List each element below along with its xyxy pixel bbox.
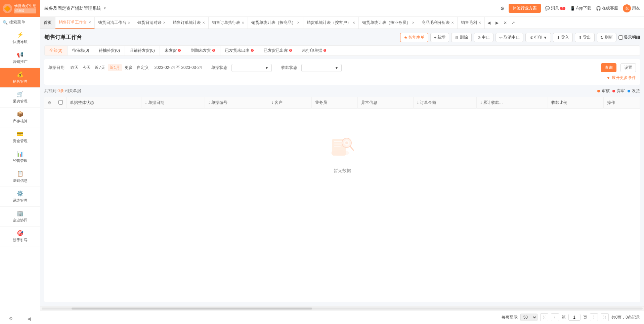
show-detail-label[interactable]: 显示明细 xyxy=(618,35,640,40)
page-prev-btn[interactable]: ⟨ xyxy=(551,313,559,321)
page-first-btn[interactable]: ⟨⟨ xyxy=(540,313,548,321)
solution-button[interactable]: 体验行业方案 xyxy=(509,4,541,13)
date-opt-today[interactable]: 今天 xyxy=(81,64,92,71)
refresh-icon: ↻ xyxy=(600,35,604,40)
col-number: ↕ 单据编号 xyxy=(205,97,268,109)
page-next-btn[interactable]: ⟩ xyxy=(590,313,598,321)
sidebar-search[interactable]: 🔍 搜索菜单 xyxy=(0,17,40,28)
page-size-select[interactable]: 10 20 50 100 xyxy=(520,314,538,321)
tab-cash-daily[interactable]: 钱货日清工作台 ✕ xyxy=(95,17,134,29)
tab-product-margin[interactable]: 商品毛利分析表 ✕ xyxy=(418,17,458,29)
new-button[interactable]: + 新增 xyxy=(430,33,449,42)
tab-cash-reconcile[interactable]: 钱货日清对账 ✕ xyxy=(134,17,169,29)
tab-product-margin-close[interactable]: ✕ xyxy=(451,21,454,25)
tab-sales-summary-customer-close[interactable]: ✕ xyxy=(352,21,355,25)
sidebar-collapse-btn[interactable]: ◀ xyxy=(21,316,38,321)
result-count: 共找到 0条 相关单据 xyxy=(44,88,81,94)
status-select[interactable]: ▼ xyxy=(231,64,272,72)
online-service-item[interactable]: 🎧 在线客服 xyxy=(596,5,618,11)
tab-sales-summary-staff[interactable]: 销货单统计表（按业务员） ✕ xyxy=(359,17,418,29)
filter-tab-not-shipped[interactable]: 未发货 ❶ xyxy=(160,46,186,55)
filter-tab-not-printed[interactable]: 未打印单据 ❶ xyxy=(297,46,331,55)
sidebar-item-inventory[interactable]: 📦 库存核算 xyxy=(0,108,40,127)
filter-tab-shipped-not-warehoused[interactable]: 已发货未出库 ❶ xyxy=(220,46,259,55)
delete-button[interactable]: 🗑 删除 xyxy=(451,33,472,42)
filter-tab-pending-review[interactable]: 待审核(0) xyxy=(68,46,94,55)
sidebar-item-finance[interactable]: 💳 资金管理 xyxy=(0,127,40,147)
stop-button[interactable]: ⊘ 中止 xyxy=(474,33,493,42)
payment-select[interactable]: ▼ xyxy=(301,64,342,72)
cancel-stop-button[interactable]: ↩ 取消中止 xyxy=(496,33,523,42)
scrollbar-track[interactable] xyxy=(42,308,643,310)
date-opt-yesterday[interactable]: 昨天 xyxy=(69,64,80,71)
sidebar-item-guide[interactable]: 🎯 新手引导 xyxy=(0,227,40,246)
date-opt-1month[interactable]: 近1月 xyxy=(108,64,122,71)
batch-ship-btn[interactable]: 发货 xyxy=(628,88,640,94)
filter-tab-pending-inspect[interactable]: 待抽验货(0) xyxy=(94,46,125,55)
user-item[interactable]: 友 用友 xyxy=(623,4,640,12)
tab-home[interactable]: 首页 xyxy=(40,17,55,29)
sidebar-item-operation[interactable]: 📊 经营管理 xyxy=(0,147,40,167)
date-range-input[interactable]: 2023-02-24 至 2023-03-24 xyxy=(154,65,202,71)
tab-cash-daily-close[interactable]: ✕ xyxy=(128,21,130,25)
sidebar-item-system[interactable]: ⚙️ 系统管理 xyxy=(0,187,40,207)
message-item[interactable]: 💬 消息 6 xyxy=(545,5,565,11)
bottom-scrollbar[interactable] xyxy=(40,306,644,310)
tab-sales-exec[interactable]: 销售订单执行表 ✕ xyxy=(209,17,248,29)
sidebar-item-quick-nav[interactable]: ⚡ 快捷导航 xyxy=(0,28,40,48)
col-settings[interactable]: ⚙ xyxy=(44,97,55,109)
tab-sales-workbench[interactable]: 销售订单工作台 ✕ xyxy=(55,17,95,29)
tab-sales-stats-close[interactable]: ✕ xyxy=(202,21,205,25)
filter-settings-button[interactable]: 设置 xyxy=(620,63,636,72)
select-all-checkbox[interactable] xyxy=(58,100,63,105)
show-detail-checkbox[interactable] xyxy=(618,35,623,40)
sidebar-item-basic[interactable]: 📋 基础信息 xyxy=(0,167,40,187)
sidebar-item-purchase[interactable]: 🛒 采购管理 xyxy=(0,88,40,108)
tab-sales-summary-product[interactable]: 销货单统计表（按商品） ✕ xyxy=(248,17,303,29)
sidebar-item-sales[interactable]: 💰 销售管理 xyxy=(0,68,40,88)
sidebar-item-marketing[interactable]: 📢 营销推广 xyxy=(0,48,40,68)
filter-tab-overdue[interactable]: 到期未发货 ❶ xyxy=(186,46,220,55)
page-number-input[interactable] xyxy=(568,314,581,321)
app-download-item[interactable]: 📱 App下载 xyxy=(570,5,591,11)
expand-arrow-icon: ▼ xyxy=(606,76,610,80)
date-opt-more[interactable]: 更多 xyxy=(123,64,134,71)
message-badge: 6 xyxy=(560,7,565,10)
print-button[interactable]: 🖨 打印 ▼ xyxy=(525,33,551,42)
refresh-button[interactable]: ↻ 刷新 xyxy=(597,33,616,42)
tab-sales-workbench-close[interactable]: ✕ xyxy=(88,21,91,24)
smart-generate-button[interactable]: ★ 智能生单 xyxy=(400,33,428,42)
expand-more-btn[interactable]: ▼ 展开更多条件 xyxy=(606,75,636,81)
tab-sales-profit[interactable]: 销售毛利 ✕ xyxy=(458,17,485,29)
tabs-prev-btn[interactable]: ◀ xyxy=(485,17,493,29)
tabs-maximize-btn[interactable]: ⤢ xyxy=(509,17,517,29)
purchase-icon: 🛒 xyxy=(17,91,24,97)
filter-tab-wangpu-pending[interactable]: 旺铺待发货(0) xyxy=(125,46,160,55)
header-settings-icon[interactable]: ⚙ xyxy=(500,6,505,11)
sidebar-item-corp[interactable]: 🏢 企业协同 xyxy=(0,207,40,227)
page-last-btn[interactable]: ⟩⟩ xyxy=(601,313,609,321)
batch-review-btn[interactable]: 审核 xyxy=(597,88,610,94)
filter-tab-shipped-warehoused[interactable]: 已发货已出库 ❶ xyxy=(259,46,297,55)
tab-sales-summary-staff-label: 销货单统计表（按业务员） xyxy=(362,20,411,26)
tab-product-margin-label: 商品毛利分析表 xyxy=(422,20,450,26)
scrollbar-thumb[interactable] xyxy=(72,308,312,310)
sidebar-settings-btn[interactable]: ⚙ xyxy=(3,316,19,321)
svg-rect-3 xyxy=(334,144,342,145)
tab-sales-profit-close[interactable]: ✕ xyxy=(478,21,481,25)
query-button[interactable]: 查询 xyxy=(601,63,616,72)
tabs-next-btn[interactable]: ▶ xyxy=(493,17,501,29)
tab-sales-stats[interactable]: 销售订单统计表 ✕ xyxy=(169,17,209,29)
tabs-close-all-btn[interactable]: ✕ xyxy=(501,17,509,29)
tab-sales-summary-product-close[interactable]: ✕ xyxy=(297,21,300,25)
tab-cash-reconcile-close[interactable]: ✕ xyxy=(163,21,166,25)
tab-sales-exec-close[interactable]: ✕ xyxy=(242,21,244,25)
filter-tab-all[interactable]: 全部(0) xyxy=(45,46,68,55)
tab-sales-summary-customer[interactable]: 销货单统计表（按客户） ✕ xyxy=(303,17,359,29)
date-opt-7days[interactable]: 近7天 xyxy=(93,64,106,71)
batch-cancel-review-btn[interactable]: 弃审 xyxy=(612,88,625,94)
export-button[interactable]: ⬆ 导出 xyxy=(575,33,595,42)
tab-sales-summary-staff-close[interactable]: ✕ xyxy=(412,21,415,25)
import-button[interactable]: ⬇ 导入 xyxy=(553,33,573,42)
date-opt-custom[interactable]: 自定义 xyxy=(135,64,150,71)
